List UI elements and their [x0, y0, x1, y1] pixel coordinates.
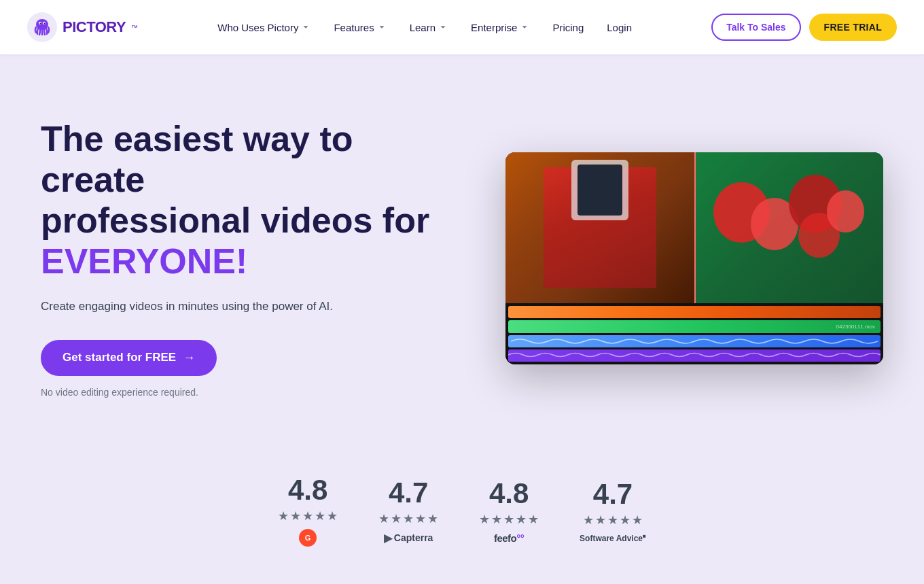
capterra-stars: ★ ★ ★ ★ ★	[378, 511, 438, 526]
sa-stars: ★ ★ ★ ★ ★	[583, 513, 643, 528]
feefo-text: feefo°°	[494, 532, 524, 544]
capterra-score: 4.7	[389, 479, 428, 507]
star-2: ★	[595, 513, 606, 528]
hero-title-highlight: EVERYONE!	[41, 241, 247, 281]
hero-left: The easiest way to create professional v…	[41, 119, 462, 398]
feefo-score: 4.8	[489, 479, 529, 508]
star-5: ★	[632, 513, 643, 528]
timeline-track-green: 042300111.mov	[508, 320, 881, 332]
star-1: ★	[378, 511, 389, 526]
video-timeline: 042300111.mov	[505, 303, 883, 364]
star-5: ★	[528, 512, 539, 527]
nav-login[interactable]: Login	[597, 16, 641, 39]
nav-who-uses[interactable]: Who Uses Pictory	[208, 16, 320, 39]
g2-score: 4.8	[288, 476, 327, 504]
chevron-down-icon	[520, 22, 529, 32]
svg-point-5	[44, 23, 46, 24]
nav-enterprise[interactable]: Enterprise	[461, 16, 539, 39]
capterra-logo: ▶ Capterra	[384, 532, 433, 545]
hero-section: The easiest way to create professional v…	[0, 54, 924, 449]
sa-score: 4.7	[593, 480, 633, 509]
star-5: ★	[427, 511, 438, 526]
audio-waveform-2	[508, 349, 881, 360]
timeline-track-audio	[508, 335, 881, 347]
feefo-stars: ★ ★ ★ ★ ★	[479, 512, 539, 527]
playhead	[694, 152, 696, 303]
hero-right: 042300111.mov	[489, 152, 883, 364]
sa-logo: Software Advice■	[580, 533, 646, 543]
timeline-track-extra	[508, 349, 881, 362]
star-3: ★	[607, 513, 618, 528]
timeline-track-video	[508, 306, 881, 318]
track-filename: 042300111.mov	[836, 324, 875, 330]
star-4: ★	[516, 512, 527, 527]
hero-subtitle: Create engaging videos in minutes using …	[41, 298, 462, 315]
star-4: ★	[620, 513, 630, 528]
get-started-button[interactable]: Get started for FREE →	[41, 340, 217, 376]
video-editor-mockup: 042300111.mov	[505, 152, 883, 364]
bottom-section	[0, 581, 924, 584]
free-trial-button[interactable]: FREE TRIAL	[809, 14, 897, 41]
chevron-down-icon	[438, 22, 448, 32]
star-2: ★	[391, 511, 402, 526]
logo[interactable]: PICTORY™	[27, 12, 138, 42]
feefo-logo: feefo°°	[494, 532, 524, 544]
star-1: ★	[479, 512, 490, 527]
capterra-arrow-icon: ▶	[384, 532, 392, 545]
logo-tm: ™	[131, 24, 138, 31]
star-1: ★	[583, 513, 594, 528]
navbar: PICTORY™ Who Uses Pictory Features Learn…	[0, 0, 924, 54]
ratings-section: 4.8 ★ ★ ★ ★ ★ G 4.7 ★ ★ ★ ★ ★ ▶ Capterra…	[0, 449, 924, 581]
rating-g2: 4.8 ★ ★ ★ ★ ★ G	[278, 476, 338, 547]
star-4: ★	[315, 509, 325, 523]
capterra-text: Capterra	[394, 532, 433, 543]
talk-to-sales-button[interactable]: Talk To Sales	[711, 14, 800, 41]
video-frame-left	[505, 152, 694, 303]
hero-note: No video editing experience required.	[41, 387, 462, 398]
nav-links: Who Uses Pictory Features Learn Enterpri…	[208, 16, 641, 39]
rating-software-advice: 4.7 ★ ★ ★ ★ ★ Software Advice■	[580, 480, 646, 543]
star-2: ★	[491, 512, 502, 527]
nav-pricing[interactable]: Pricing	[543, 16, 593, 39]
chevron-down-icon	[377, 22, 387, 32]
sa-text: Software Advice■	[580, 533, 646, 543]
sa-superscript: ■	[643, 533, 646, 539]
star-1: ★	[278, 509, 289, 523]
g2-logo: G	[299, 529, 317, 547]
chevron-down-icon	[301, 22, 310, 32]
logo-text: PICTORY	[63, 18, 126, 36]
star-3: ★	[403, 511, 414, 526]
star-4: ★	[415, 511, 426, 526]
video-frames	[505, 152, 883, 303]
nav-features[interactable]: Features	[324, 16, 395, 39]
g2-badge: G	[299, 529, 317, 547]
star-2: ★	[290, 509, 301, 523]
star-3: ★	[302, 509, 313, 523]
audio-waveform	[511, 336, 878, 347]
nav-learn[interactable]: Learn	[400, 16, 457, 39]
hero-video-preview: 042300111.mov	[505, 152, 883, 364]
rating-feefo: 4.8 ★ ★ ★ ★ ★ feefo°°	[479, 479, 539, 544]
star-3: ★	[503, 512, 514, 527]
nav-actions: Talk To Sales FREE TRIAL	[711, 14, 897, 41]
star-5: ★	[327, 509, 338, 523]
svg-point-4	[40, 23, 41, 24]
feefo-dot: °°	[516, 532, 524, 544]
g2-stars: ★ ★ ★ ★ ★	[278, 509, 338, 523]
hero-title: The easiest way to create professional v…	[41, 119, 462, 281]
video-frame-right	[694, 152, 883, 303]
logo-icon	[27, 12, 57, 42]
rating-capterra: 4.7 ★ ★ ★ ★ ★ ▶ Capterra	[378, 479, 438, 545]
arrow-right-icon: →	[183, 351, 195, 365]
